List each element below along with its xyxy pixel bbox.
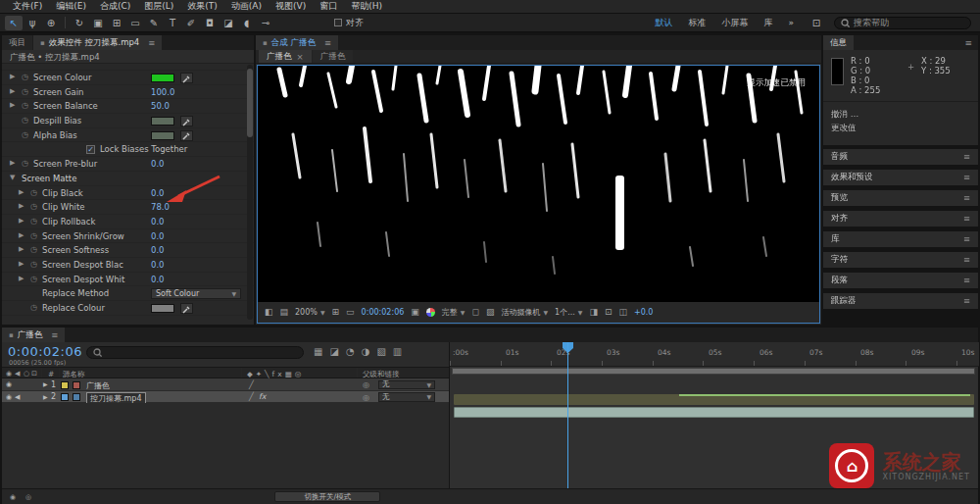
twirl-icon[interactable]: ▶ (19, 188, 24, 196)
parent-dropdown[interactable]: 无▼ (378, 392, 435, 402)
menu-item-animation[interactable]: 动画(A) (224, 0, 269, 13)
effect-row-screen-despot-white[interactable]: ▶◷ Screen Despot Whit 0.0 (2, 273, 254, 287)
work-area-bar[interactable] (452, 368, 975, 375)
effect-row-screen-shrink-grow[interactable]: ▶◷ Screen Shrink/Grow 0.0 (2, 229, 254, 244)
transparency-grid-icon[interactable]: ▨ (486, 307, 495, 317)
stopwatch-icon[interactable]: ◷ (30, 260, 37, 269)
puppet-tool[interactable]: ⊸ (257, 16, 274, 30)
property-value[interactable]: 50.0 (151, 101, 170, 111)
panel-menu-icon[interactable]: ≡ (963, 214, 970, 224)
audio-icon[interactable]: ◀ (15, 393, 20, 401)
eyedropper-icon[interactable] (180, 130, 193, 141)
pan-behind-tool[interactable]: ⊞ (108, 16, 125, 30)
property-value[interactable]: 0.0 (151, 217, 165, 227)
effect-row-screen-gain[interactable]: ▶◷ Screen Gain 100.0 (2, 85, 254, 100)
clone-stamp-tool[interactable]: ◘ (201, 16, 219, 30)
panel-paragraph[interactable]: 段落≡ (823, 273, 978, 288)
hand-tool[interactable]: ψ (24, 16, 41, 30)
property-value[interactable]: 0.0 (151, 245, 165, 255)
toggle-switches-modes-button[interactable]: 切换开关/模式 (274, 491, 380, 502)
frame-blending-icon[interactable]: ◑ (362, 346, 370, 357)
lock-biases-checkbox[interactable]: ✓ (86, 145, 95, 154)
parent-dropdown[interactable]: 无▼ (378, 380, 435, 390)
panel-menu-icon[interactable]: ≡ (963, 193, 970, 203)
stopwatch-icon[interactable]: ◷ (30, 275, 37, 283)
workspace-small-screen[interactable]: 小屏幕 (721, 17, 748, 29)
alpha-bias-swatch[interactable] (151, 131, 174, 140)
stopwatch-icon[interactable]: ◷ (22, 159, 28, 168)
stopwatch-icon[interactable]: ◷ (22, 101, 28, 110)
screen-layout-icon[interactable]: ▤ (280, 307, 289, 317)
menu-item-effect[interactable]: 效果(T) (180, 0, 224, 13)
stopwatch-icon[interactable]: ◷ (22, 116, 28, 125)
panel-menu-icon[interactable]: ≡ (51, 330, 58, 340)
twirl-icon[interactable]: ▶ (43, 393, 48, 400)
help-search-input[interactable]: 搜索帮助 (834, 17, 971, 29)
eye-icon[interactable]: ◉ (6, 393, 12, 401)
property-value[interactable]: 100.0 (151, 87, 174, 97)
layer-label-chip[interactable] (61, 381, 69, 389)
panel-menu-icon[interactable]: ≡ (963, 296, 970, 306)
playhead-line[interactable] (567, 342, 568, 488)
zoom-tool[interactable]: ⊕ (42, 16, 60, 30)
menu-item-edit[interactable]: 编辑(E) (49, 0, 93, 13)
tab-composition[interactable]: ▪ 合成 广播色 ≡ (256, 35, 338, 50)
stopwatch-icon[interactable]: ◷ (30, 231, 37, 240)
pen-tool[interactable]: ✎ (145, 16, 163, 30)
stopwatch-icon[interactable]: ◷ (30, 245, 37, 254)
stopwatch-icon[interactable]: ◷ (22, 73, 28, 81)
effect-row-clip-rollback[interactable]: ▶◷ Clip Rollback 0.0 (2, 215, 254, 229)
tab-info[interactable]: 信息 (823, 35, 854, 50)
twirl-icon[interactable]: ▶ (19, 260, 24, 268)
panel-effects-presets[interactable]: 效果和预设≡ (823, 170, 978, 185)
tab-effect-controls[interactable]: ▪ 效果控件 控刀操幕.mp4 ≡ (33, 35, 162, 50)
menu-item-help[interactable]: 帮助(H) (344, 0, 389, 13)
live-update-icon[interactable]: ◎ (25, 493, 31, 501)
mini-flowchart-icon[interactable]: ◧ (265, 307, 273, 317)
tab-project[interactable]: 项目 (2, 35, 32, 50)
eyedropper-icon[interactable] (180, 116, 193, 126)
rotate-tool[interactable]: ↻ (71, 16, 88, 30)
panel-menu-icon[interactable]: ≡ (324, 38, 331, 48)
eye-icon[interactable]: ◉ (6, 380, 12, 388)
menu-item-file[interactable]: 文件(F) (6, 0, 49, 13)
current-timecode[interactable]: 0:00:02:06 (8, 344, 82, 359)
pick-whip-icon[interactable]: ◎ (363, 380, 369, 389)
panel-audio[interactable]: 音频≡ (823, 149, 978, 165)
close-icon[interactable]: × (297, 52, 304, 62)
workspace-libraries[interactable]: 库 (763, 17, 772, 29)
snapshot-icon[interactable]: ▣ (411, 307, 419, 317)
twirl-icon[interactable]: ▶ (19, 275, 24, 282)
layer-name[interactable]: 广播色 (86, 380, 110, 391)
eraser-tool[interactable]: ◪ (220, 16, 237, 30)
stopwatch-icon[interactable]: ◷ (30, 217, 37, 226)
scrollbar-thumb[interactable] (247, 69, 253, 137)
effect-row-screen-colour[interactable]: ▶◷ Screen Colour (2, 71, 254, 85)
effect-row-screen-despot-black[interactable]: ▶◷ Screen Despot Blac 0.0 (2, 258, 254, 273)
layer-row-2[interactable]: ◉ ◀ ▶ 2 控刀操幕.mp4 ╱ fx ◎ 无▼ (2, 391, 449, 404)
workspace-default[interactable]: 默认 (655, 17, 672, 29)
panel-character[interactable]: 字符≡ (823, 252, 978, 268)
time-ruler[interactable]: :00s 01s 02s 03s 04s 05s 06s 07s 08s 09s… (450, 342, 979, 367)
property-value[interactable]: 0.0 (151, 231, 165, 241)
panel-preview[interactable]: 预览≡ (823, 190, 978, 206)
exposure-value[interactable]: +0.0 (634, 308, 653, 317)
comp-mini-flowchart-icon[interactable]: ▦ (314, 346, 322, 357)
panel-menu-icon[interactable]: ≡ (963, 234, 970, 244)
workspace-bar-icon[interactable]: ⊡ (808, 16, 825, 30)
magnification-dropdown[interactable]: 200%▼ (295, 308, 325, 317)
effect-row-despill-bias[interactable]: ◷ Despill Bias (2, 114, 254, 128)
stopwatch-icon[interactable]: ◷ (22, 130, 28, 139)
layer-label-chip[interactable] (61, 393, 69, 401)
twirl-icon[interactable]: ▶ (10, 73, 15, 80)
effect-row-alpha-bias[interactable]: ◷ Alpha Bias (2, 128, 254, 143)
panel-libraries[interactable]: 库≡ (823, 231, 978, 247)
viewer-tab-active[interactable]: 广播色 × (259, 50, 312, 63)
panel-menu-icon[interactable]: ≡ (964, 38, 978, 48)
snap-align-control[interactable]: 对齐 (334, 17, 364, 29)
stopwatch-icon[interactable]: ◷ (30, 303, 37, 312)
menu-item-composition[interactable]: 合成(C) (93, 0, 137, 13)
timeline-button-icon[interactable]: ◫ (618, 307, 627, 317)
twirl-icon[interactable]: ▶ (19, 231, 24, 239)
stopwatch-icon[interactable]: ◷ (22, 87, 28, 96)
